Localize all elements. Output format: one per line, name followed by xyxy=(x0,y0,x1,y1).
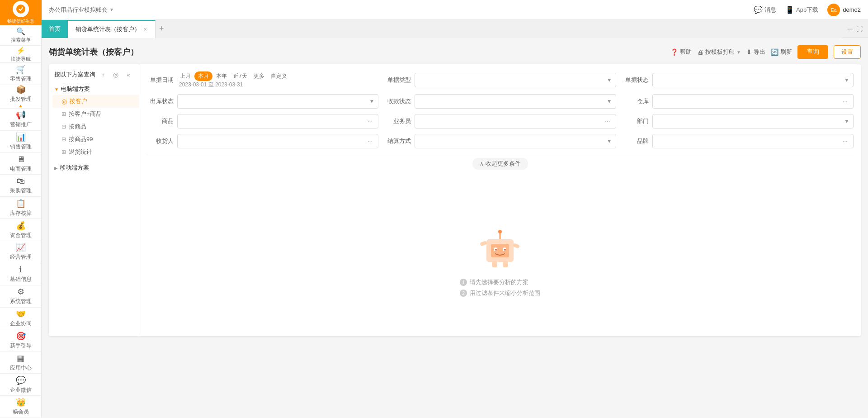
product-icon: ⊟ xyxy=(61,124,66,130)
chevron-down-icon: ▼ xyxy=(607,98,612,104)
filter-brand-field: 品牌 ··· xyxy=(622,134,854,148)
page-header: 销货单统计表（按客户） ❓ 帮助 🖨 按模板打印 ▼ ⬇ 导出 xyxy=(49,45,861,59)
filter-out-field: 出库状态 ▼ xyxy=(146,94,378,109)
chevron-down-icon: ▼ xyxy=(369,98,374,104)
scheme-group-mobile-header[interactable]: ▶ 移动端方案 xyxy=(49,162,139,174)
date-quick-buttons: 上月 本月 本年 近7天 更多 自定义 xyxy=(177,71,378,81)
sidebar-item-inventory[interactable]: 📋 库存核算 xyxy=(0,197,42,219)
sidebar-item-wechat[interactable]: 💬 企业微信 xyxy=(0,374,42,396)
minimize-icon[interactable]: ─ xyxy=(848,25,853,33)
scheme-item-return-stats[interactable]: ⊞ 退货统计 xyxy=(52,146,139,158)
filter-receipt-field: 收款状态 ▼ xyxy=(384,94,616,109)
filter-area: 单据日期 上月 本月 本年 近7天 更多 自定义 xyxy=(139,64,861,180)
sidebar-item-apps[interactable]: ▦ 应用中心 xyxy=(0,352,42,374)
consignee-ellipsis[interactable]: ··· xyxy=(366,138,375,145)
message-icon: 💬 xyxy=(754,5,763,14)
settle-select[interactable]: ▼ xyxy=(415,134,616,148)
type-select[interactable]: ▼ xyxy=(415,73,616,87)
sidebar-item-basic[interactable]: ℹ 基础信息 xyxy=(0,263,42,285)
date-btn-custom[interactable]: 自定义 xyxy=(268,71,290,81)
tab-expand-button[interactable]: + xyxy=(156,20,842,38)
export-button[interactable]: ⬇ 导出 xyxy=(746,48,765,56)
date-range-display: 2023-03-01 至 2023-03-31 xyxy=(179,81,378,89)
staff-select[interactable]: ··· xyxy=(415,114,616,128)
app-logo: 畅捷信好生意 xyxy=(0,0,42,25)
help-icon: ❓ xyxy=(670,48,678,56)
date-btn-last-month[interactable]: 上月 xyxy=(177,71,193,81)
query-button[interactable]: 查询 xyxy=(797,45,828,59)
svg-rect-9 xyxy=(480,241,487,247)
sidebar-item-quick-nav[interactable]: ⚡ 快捷导航 xyxy=(0,46,42,63)
brand-select[interactable]: ··· xyxy=(652,134,854,148)
industry-selector[interactable]: 办公用品行业模拟账套 ▼ xyxy=(49,6,114,14)
status-select[interactable]: ▼ xyxy=(652,73,854,87)
sidebar-item-collaboration[interactable]: 🤝 企业协同 xyxy=(0,308,42,330)
date-btn-7days[interactable]: 近7天 xyxy=(231,71,250,81)
right-panel: 单据日期 上月 本月 本年 近7天 更多 自定义 xyxy=(139,64,861,336)
sidebar-item-finance[interactable]: 💰 资金管理 xyxy=(0,219,42,241)
scheme-item-by-customer-product[interactable]: ⊞ 按客户+商品 xyxy=(52,108,139,120)
scheme-group-desktop-items: ◎ 按客户 ⊞ 按客户+商品 ⊟ xyxy=(49,95,139,158)
settings-button[interactable]: 设置 xyxy=(834,45,861,59)
app-download-button[interactable]: 📱 App下载 xyxy=(785,5,818,14)
scheme-item-by-product[interactable]: ⊟ 按商品 xyxy=(52,120,139,133)
filter-row-4: 收货人 ··· 结算方式 xyxy=(146,134,854,148)
print-dropdown-icon: ▼ xyxy=(736,50,741,55)
sidebar-item-search[interactable]: 🔍 搜索菜单 xyxy=(0,25,42,46)
out-select[interactable]: ▼ xyxy=(177,94,378,109)
goods-ellipsis[interactable]: ··· xyxy=(366,118,375,125)
print-icon: 🖨 xyxy=(697,48,703,56)
date-btn-this-month[interactable]: 本月 xyxy=(194,71,212,81)
customer-product-icon: ⊞ xyxy=(61,111,66,117)
print-button[interactable]: 🖨 按模板打印 ▼ xyxy=(697,48,741,56)
scheme-group-desktop-header[interactable]: ▼ 电脑端方案 xyxy=(49,83,139,95)
svg-point-0 xyxy=(16,5,25,14)
sidebar-item-wholesale[interactable]: 📦 批发管理 ▲ xyxy=(0,85,42,109)
sidebar-item-retail[interactable]: 🛒 零售管理 xyxy=(0,63,42,85)
user-profile[interactable]: Ea demo2 xyxy=(827,4,861,16)
tab-sales-stats[interactable]: 销货单统计表（按客户） × xyxy=(68,20,156,38)
add-scheme-button[interactable]: + xyxy=(98,70,108,80)
tab-home[interactable]: 首页 xyxy=(42,20,68,38)
warehouse-select[interactable]: ··· xyxy=(652,94,854,109)
scheme-item-by-customer[interactable]: ◎ 按客户 xyxy=(52,95,139,108)
sidebar-item-business[interactable]: 📈 经营管理 xyxy=(0,241,42,263)
sidebar-item-newbie[interactable]: 🎯 新手引导 xyxy=(0,329,42,352)
triangle-right-icon: ▶ xyxy=(54,166,58,171)
collapse-bar: ∧ 收起更多条件 xyxy=(146,154,854,173)
maximize-icon[interactable]: ⛶ xyxy=(856,25,863,33)
collapse-button[interactable]: ∧ 收起更多条件 xyxy=(472,158,528,170)
message-button[interactable]: 💬 消息 xyxy=(754,5,776,14)
warehouse-ellipsis[interactable]: ··· xyxy=(840,98,849,105)
sidebar-item-ecommerce[interactable]: 🖥 电商管理 xyxy=(0,153,42,175)
edit-scheme-button[interactable]: ◎ xyxy=(111,70,121,80)
receipt-select[interactable]: ▼ xyxy=(415,94,616,109)
collapse-icon: ∧ xyxy=(480,161,484,167)
chevron-down-icon: ▼ xyxy=(109,7,114,12)
close-tab-icon[interactable]: × xyxy=(143,26,148,33)
sidebar-item-member[interactable]: 👑 畅会员 xyxy=(0,396,42,418)
staff-ellipsis[interactable]: ··· xyxy=(603,118,612,125)
date-btn-more[interactable]: 更多 xyxy=(251,71,267,81)
sidebar-item-marketing[interactable]: 📢 营销推广 xyxy=(0,109,42,131)
goods-select[interactable]: ··· xyxy=(177,114,378,128)
sidebar-item-system[interactable]: ⚙ 系统管理 xyxy=(0,285,42,308)
empty-state: 1 请先选择要分析的方案 2 用过滤条件来缩小分析范围 xyxy=(139,180,861,336)
sidebar-item-sales[interactable]: 📊 销售管理 xyxy=(0,131,42,153)
sidebar-item-purchase[interactable]: 🛍 采购管理 xyxy=(0,175,42,197)
filter-consignee-field: 收货人 ··· xyxy=(146,134,378,148)
scheme-group-mobile: ▶ 移动端方案 xyxy=(49,162,139,177)
scheme-item-by-product99[interactable]: ⊟ 按商品99 xyxy=(52,133,139,146)
chevron-down-icon: ▼ xyxy=(607,77,612,83)
date-btn-this-year[interactable]: 本年 xyxy=(213,71,230,81)
filter-goods-field: 商品 ··· xyxy=(146,114,378,128)
chevron-down-icon: ▼ xyxy=(844,77,849,83)
top-header: 办公用品行业模拟账套 ▼ 💬 消息 📱 App下载 Ea demo2 xyxy=(42,0,868,20)
brand-ellipsis[interactable]: ··· xyxy=(840,138,849,145)
refresh-button[interactable]: 🔄 刷新 xyxy=(771,48,792,56)
refresh-icon: 🔄 xyxy=(771,48,778,56)
help-button[interactable]: ❓ 帮助 xyxy=(670,48,692,56)
collapse-scheme-button[interactable]: « xyxy=(123,70,133,80)
dept-select[interactable]: ▼ xyxy=(652,114,854,128)
consignee-select[interactable]: ··· xyxy=(177,134,378,148)
